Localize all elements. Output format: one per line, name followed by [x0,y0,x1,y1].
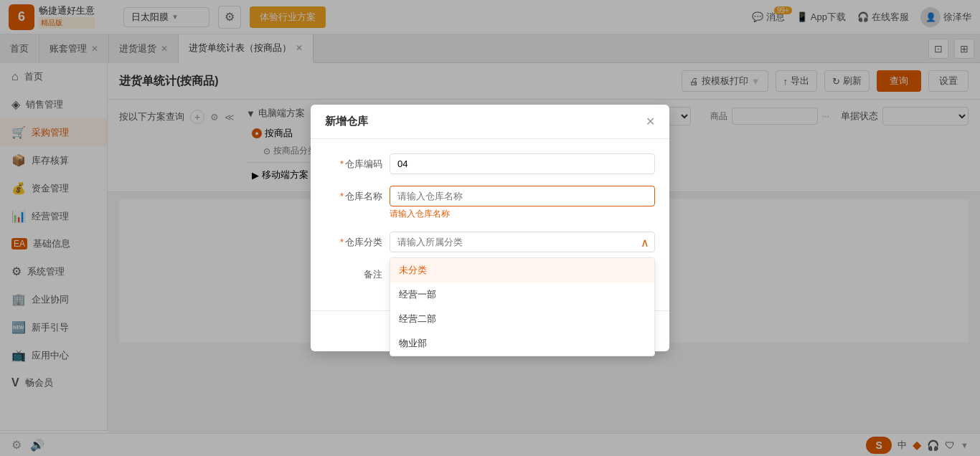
modal-overlay: 新增仓库 ✕ 仓库编码 仓库名称 请输入仓库名称 仓库分类 [0,0,980,456]
form-row-name: 仓库名称 请输入仓库名称 [325,186,655,220]
form-row-code: 仓库编码 [325,153,655,174]
category-input[interactable] [390,232,655,252]
dropdown-item-unclassified[interactable]: 未分类 [390,258,654,282]
category-input-wrap: ∧ 未分类 经营一部 经营二部 物业部 [390,232,655,252]
form-row-category: 仓库分类 ∧ 未分类 经营一部 经营二部 物业部 [325,232,655,252]
dropdown-item-property[interactable]: 物业部 [390,331,654,356]
dropdown-item-ops2[interactable]: 经营二部 [390,307,654,331]
modal-close-button[interactable]: ✕ [646,115,655,128]
category-label: 仓库分类 [325,232,382,249]
category-arrow-icon[interactable]: ∧ [641,235,649,249]
modal-body: 仓库编码 仓库名称 请输入仓库名称 仓库分类 ∧ 未分类 [311,139,669,310]
name-field-wrap: 请输入仓库名称 [390,186,655,220]
modal-title: 新增仓库 [325,115,368,128]
notes-label: 备注 [325,264,382,281]
new-warehouse-modal: 新增仓库 ✕ 仓库编码 仓库名称 请输入仓库名称 仓库分类 [311,105,669,351]
code-label: 仓库编码 [325,153,382,171]
name-label: 仓库名称 [325,186,382,203]
modal-header: 新增仓库 ✕ [311,105,669,139]
name-input[interactable] [390,186,655,206]
code-input[interactable] [390,153,655,174]
name-error-msg: 请输入仓库名称 [390,208,655,220]
category-dropdown: 未分类 经营一部 经营二部 物业部 [390,257,655,356]
dropdown-item-ops1[interactable]: 经营一部 [390,282,654,307]
